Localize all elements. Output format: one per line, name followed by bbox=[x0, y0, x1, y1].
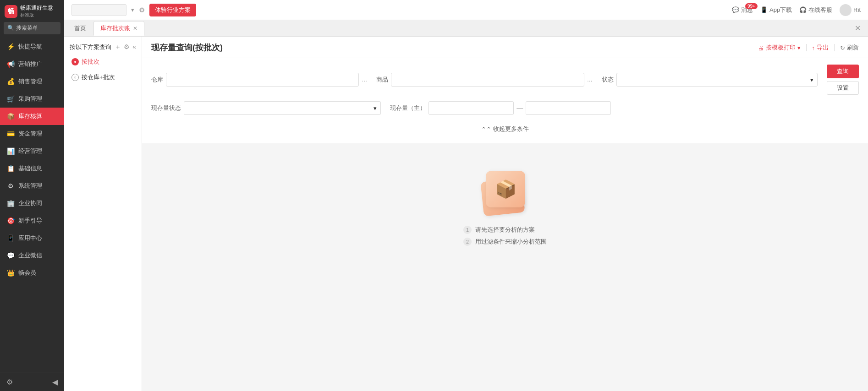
sidebar-footer: ⚙ ◀ bbox=[0, 373, 64, 391]
empty-state: 📦 1 请先选择要分析的方案 2 用过滤条件来缩小分析范围 bbox=[142, 143, 868, 264]
warehouse-input[interactable] bbox=[166, 73, 359, 87]
filter-status: 状态 ▾ bbox=[602, 73, 818, 87]
page-header: 现存量查询(按批次) 🖨 按模板打印 ▾ ↑ 导出 ↻ 刷 bbox=[142, 37, 868, 58]
goods-input[interactable] bbox=[391, 73, 584, 87]
scheme-item-batch[interactable]: ● 按批次 bbox=[64, 54, 142, 70]
sidebar-item-label: 系统管理 bbox=[18, 182, 42, 190]
sidebar-item-marketing[interactable]: 📢 营销推广 bbox=[0, 55, 64, 73]
sidebar-item-newbie[interactable]: 🎯 新手引导 bbox=[0, 212, 64, 229]
sidebar-item-label: 资金管理 bbox=[18, 130, 42, 138]
empty-tip-2: 2 用过滤条件来缩小分析范围 bbox=[463, 238, 547, 246]
sidebar-item-operations[interactable]: 📊 经营管理 bbox=[0, 142, 64, 160]
sidebar-item-label: 采购管理 bbox=[18, 95, 42, 103]
sidebar-item-wechat[interactable]: 💬 企业微信 bbox=[0, 247, 64, 264]
empty-tip-1: 1 请先选择要分析的方案 bbox=[463, 226, 547, 234]
user-name: Rit bbox=[853, 6, 861, 13]
user-menu[interactable]: Rit bbox=[840, 4, 861, 16]
sidebar-item-member[interactable]: 👑 畅会员 bbox=[0, 264, 64, 282]
app-download-icon: 📱 bbox=[760, 6, 768, 13]
tab-close-icon[interactable]: ✕ bbox=[133, 26, 137, 31]
refresh-btn[interactable]: ↻ 刷新 bbox=[840, 43, 859, 52]
right-main: 现存量查询(按批次) 🖨 按模板打印 ▾ ↑ 导出 ↻ 刷 bbox=[142, 37, 868, 391]
collapse-scheme-btn[interactable]: « bbox=[132, 43, 136, 51]
sidebar-item-enterprise[interactable]: 🏢 企业协同 bbox=[0, 195, 64, 212]
inventory-status-dropdown-icon: ▾ bbox=[374, 105, 377, 112]
filter-inventory-status: 现存量状态 ▾ bbox=[151, 101, 381, 115]
brand-info: 畅康通好生意 标准版 bbox=[20, 5, 53, 18]
online-service-label: 在线客服 bbox=[808, 6, 832, 14]
brand-name: 畅康通好生意 bbox=[20, 5, 53, 12]
sidebar-item-quick-nav[interactable]: ⚡ 快捷导航 bbox=[0, 38, 64, 55]
sidebar-item-label: 快捷导航 bbox=[18, 43, 42, 51]
status-select[interactable]: ▾ bbox=[616, 73, 818, 87]
inventory-status-select[interactable]: ▾ bbox=[184, 101, 381, 115]
sidebar-item-sales[interactable]: 💰 销售管理 bbox=[0, 73, 64, 90]
status-dropdown-icon: ▾ bbox=[810, 76, 813, 83]
messages-btn[interactable]: 💬 消息 99+ bbox=[732, 6, 753, 14]
add-scheme-btn[interactable]: ＋ bbox=[115, 43, 121, 51]
message-icon: 💬 bbox=[732, 6, 739, 13]
message-count: 99+ bbox=[745, 3, 758, 9]
app-logo: 畅 bbox=[5, 5, 17, 18]
tip-text-2: 用过滤条件来缩小分析范围 bbox=[475, 238, 547, 246]
collapse-more-label: 收起更多条件 bbox=[493, 125, 529, 133]
inventory-qty-min[interactable] bbox=[429, 101, 514, 115]
sidebar-item-basic[interactable]: 📋 基础信息 bbox=[0, 160, 64, 177]
sidebar-item-purchase[interactable]: 🛒 采购管理 bbox=[0, 90, 64, 108]
sidebar-item-label: 新手引导 bbox=[18, 217, 42, 225]
refresh-label: 刷新 bbox=[847, 43, 859, 52]
tab-inventory-batch[interactable]: 库存批次账 ✕ bbox=[93, 21, 144, 36]
member-icon: 👑 bbox=[6, 269, 15, 277]
settings-btn[interactable]: 设置 bbox=[827, 81, 859, 95]
operations-icon: 📊 bbox=[6, 147, 15, 155]
print-btn[interactable]: 🖨 按模板打印 ▾ bbox=[758, 43, 801, 52]
filter-row-2: 现存量状态 ▾ 现存量（主） — bbox=[151, 101, 859, 115]
warehouse-more-btn[interactable]: … bbox=[362, 76, 367, 83]
wechat-icon: 💬 bbox=[6, 251, 15, 260]
tabbar: 首页 库存批次账 ✕ ✕ bbox=[64, 20, 868, 37]
collapse-up-icon: ⌃⌃ bbox=[481, 126, 491, 133]
tab-home[interactable]: 首页 bbox=[68, 21, 93, 36]
topbar-search-bar[interactable] bbox=[71, 4, 126, 16]
collapse-more-btn[interactable]: ⌃⌃ 收起更多条件 bbox=[151, 121, 859, 137]
inventory-qty-max[interactable] bbox=[526, 101, 611, 115]
tip-text-1: 请先选择要分析的方案 bbox=[475, 226, 535, 234]
query-btn[interactable]: 查询 bbox=[827, 65, 859, 78]
app-download-btn[interactable]: 📱 App下载 bbox=[760, 6, 792, 14]
filter-row-1: 仓库 … 商品 … 状态 ▾ bbox=[151, 65, 859, 95]
scheme-item-warehouse-batch[interactable]: ○ 按仓库+批次 bbox=[64, 70, 142, 85]
filter-actions: 查询 设置 bbox=[827, 65, 859, 95]
online-service-btn[interactable]: 🎧 在线客服 bbox=[799, 6, 832, 14]
basic-icon: 📋 bbox=[6, 164, 15, 173]
sidebar-item-label: 企业微信 bbox=[18, 251, 42, 260]
export-btn[interactable]: ↑ 导出 bbox=[812, 43, 829, 52]
sidebar-item-appstore[interactable]: 📱 应用中心 bbox=[0, 229, 64, 247]
print-label: 按模板打印 bbox=[766, 43, 796, 52]
panel-title: 按以下方案查询 ＋ ⚙ « bbox=[64, 40, 142, 54]
scheme-active-dot: ● bbox=[71, 58, 79, 65]
enterprise-icon: 🏢 bbox=[6, 199, 15, 207]
sidebar-collapse-icon[interactable]: ◀ bbox=[52, 378, 58, 386]
scheme-warehouse-batch-label: 按仓库+批次 bbox=[82, 73, 115, 81]
topbar-gear-icon[interactable]: ⚙ bbox=[139, 6, 145, 14]
purchase-icon: 🛒 bbox=[6, 95, 15, 103]
tab-panel-close-icon[interactable]: ✕ bbox=[851, 24, 864, 33]
sidebar-item-finance[interactable]: 💳 资金管理 bbox=[0, 125, 64, 142]
empty-tips: 1 请先选择要分析的方案 2 用过滤条件来缩小分析范围 bbox=[463, 226, 547, 246]
search-label: 搜索菜单 bbox=[16, 24, 38, 32]
sidebar-search-btn[interactable]: 🔍 搜索菜单 bbox=[4, 22, 60, 34]
brand-edition: 标准版 bbox=[20, 12, 53, 18]
export-label: 导出 bbox=[817, 43, 829, 52]
experience-btn[interactable]: 体验行业方案 bbox=[149, 4, 196, 16]
goods-more-btn[interactable]: … bbox=[587, 76, 593, 83]
settings-scheme-btn[interactable]: ⚙ bbox=[124, 43, 130, 51]
dash-icon: — bbox=[516, 104, 523, 112]
sidebar-settings-icon[interactable]: ⚙ bbox=[6, 378, 13, 386]
sidebar-nav: ⚡ 快捷导航 📢 营销推广 💰 销售管理 🛒 采购管理 📦 库存核算 💳 资金管… bbox=[0, 38, 64, 373]
page-title: 现存量查询(按批次) bbox=[151, 42, 223, 53]
sidebar-item-inventory[interactable]: 📦 库存核算 bbox=[0, 108, 64, 125]
topbar-dropdown-icon[interactable]: ▾ bbox=[131, 6, 134, 13]
sidebar-item-system[interactable]: ⚙ 系统管理 bbox=[0, 177, 64, 195]
print-dropdown-icon[interactable]: ▾ bbox=[797, 44, 801, 51]
filter-warehouse: 仓库 … bbox=[151, 73, 367, 87]
